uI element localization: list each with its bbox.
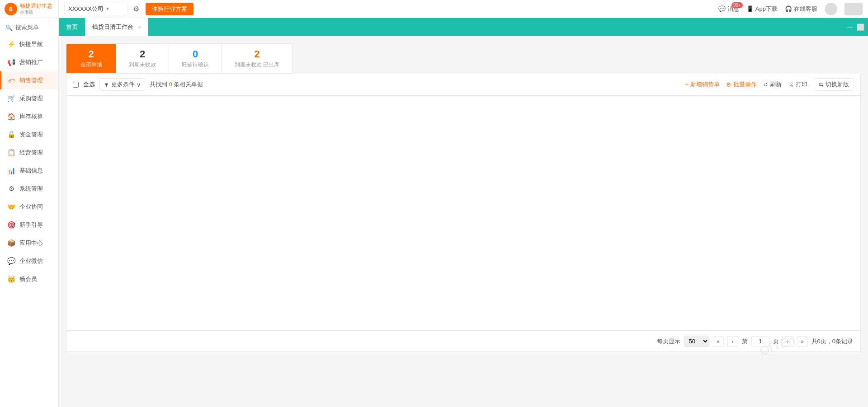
stat-label-all: 全部单据 bbox=[79, 61, 103, 69]
page-size-select[interactable]: 50 20 100 bbox=[684, 336, 709, 347]
sidebar-item-label: 企业微信 bbox=[19, 257, 43, 265]
stat-tab-overdue[interactable]: 2 到期未收款 bbox=[116, 44, 169, 73]
select-all-checkbox[interactable] bbox=[73, 82, 79, 88]
trial-button[interactable]: 体验行业方案 bbox=[146, 3, 193, 15]
search-menu[interactable]: 🔍 搜索菜单 bbox=[0, 20, 58, 35]
stats-tabs: 2 全部单据 2 到期未收款 0 旺铺待确认 2 到期未收款 已出库 bbox=[66, 43, 292, 74]
stat-tab-pending[interactable]: 0 旺铺待确认 bbox=[169, 44, 222, 73]
sales-icon: 🏷 bbox=[7, 76, 16, 85]
toolbar-right: + 新增销货单 ⚙ 批量操作 ↺ 刷新 🖨 打印 ⇆ 切换新版 bbox=[685, 78, 854, 91]
basic-info-icon: 📊 bbox=[7, 166, 16, 175]
toolbar-left: 全选 ▼ 更多条件 ∨ 共找到 0 条相关单据 bbox=[73, 78, 203, 91]
batch-icon: ⚙ bbox=[726, 81, 731, 88]
member-icon: 👑 bbox=[7, 275, 16, 284]
chevron-down-icon: ▼ bbox=[105, 6, 110, 11]
online-service-item[interactable]: 🎧 在线客服 bbox=[785, 5, 817, 13]
switch-icon: ⇆ bbox=[819, 81, 824, 88]
stat-num-out: 2 bbox=[235, 48, 279, 60]
batch-button[interactable]: ⚙ 批量操作 bbox=[726, 80, 757, 89]
dropdown-icon: ∨ bbox=[137, 81, 141, 88]
sidebar-item-sales[interactable]: 🏷 销售管理 bbox=[0, 71, 58, 89]
sidebar-item-beginner[interactable]: 🎯 新手引导 bbox=[0, 216, 58, 234]
app-center-icon: 📦 bbox=[7, 239, 16, 248]
sidebar-item-wechat[interactable]: 💬 企业微信 bbox=[0, 252, 58, 270]
tab-home[interactable]: 首页 bbox=[59, 18, 85, 36]
marketing-icon: 📢 bbox=[7, 58, 16, 67]
download-icon: 📱 bbox=[746, 5, 754, 12]
sidebar-item-inventory[interactable]: 🏠 库存核算 bbox=[0, 108, 58, 126]
messages-item[interactable]: 💬 消息 99+ bbox=[718, 5, 739, 13]
tab-label-cashier: 钱货日清工作台 bbox=[92, 23, 133, 31]
sidebar-item-label: 采购管理 bbox=[19, 94, 43, 103]
sidebar-item-enterprise[interactable]: 🤝 企业协同 bbox=[0, 198, 58, 216]
stat-num-pending: 0 bbox=[182, 48, 209, 60]
next-page-button[interactable]: › bbox=[783, 336, 793, 347]
settings-icon[interactable]: ⚙ bbox=[131, 3, 141, 15]
sidebar-item-member[interactable]: 👑 畅会员 bbox=[0, 270, 58, 288]
switch-version-button[interactable]: ⇆ 切换新版 bbox=[814, 78, 854, 91]
tab-close-cashier[interactable]: × bbox=[138, 24, 141, 30]
print-button[interactable]: 🖨 打印 bbox=[788, 80, 807, 89]
page-input[interactable] bbox=[751, 336, 769, 346]
stat-label-out: 到期未收款 已出库 bbox=[235, 61, 279, 69]
maximize-icon[interactable]: ⬜ bbox=[857, 23, 864, 31]
system-icon: ⚙ bbox=[7, 184, 16, 193]
tab-bar: 首页钱货日清工作台× — ⬜ bbox=[59, 18, 868, 36]
company-selector[interactable]: XXXXXX公司 ▼ bbox=[64, 3, 127, 15]
sidebar-item-label: 营销推广 bbox=[19, 58, 43, 66]
sidebar-item-label: 系统管理 bbox=[19, 185, 43, 193]
filter-button[interactable]: ▼ 更多条件 ∨ bbox=[99, 78, 145, 91]
pagination-bar: 每页显示 50 20 100 « ‹ 第 页 › » 共0页，0条记录 bbox=[66, 331, 861, 352]
avatar[interactable] bbox=[825, 3, 837, 15]
stat-num-all: 2 bbox=[79, 48, 103, 60]
first-page-button[interactable]: « bbox=[713, 336, 724, 347]
sidebar-item-label: 基础信息 bbox=[19, 167, 43, 175]
sidebar-item-operation[interactable]: 📋 经营管理 bbox=[0, 144, 58, 162]
sidebar-item-label: 销售管理 bbox=[19, 76, 43, 84]
refresh-icon: ↺ bbox=[763, 81, 768, 88]
sidebar-menu: 🔍 搜索菜单 ⚡ 快捷导航 📢 营销推广 🏷 销售管理 🛒 采购管理 🏠 库存核… bbox=[0, 18, 58, 407]
page-suffix: 页 bbox=[773, 337, 779, 346]
search-icon: 🔍 bbox=[5, 24, 13, 31]
table-area bbox=[66, 96, 861, 331]
sidebar-item-finance[interactable]: 🔒 资金管理 bbox=[0, 126, 58, 144]
operation-icon: 📋 bbox=[7, 148, 16, 157]
inventory-icon: 🏠 bbox=[7, 112, 16, 121]
purchase-icon: 🛒 bbox=[7, 94, 16, 103]
minimize-icon[interactable]: — bbox=[847, 23, 853, 31]
add-order-button[interactable]: + 新增销货单 bbox=[685, 80, 720, 89]
main-content: 2 全部单据 2 到期未收款 0 旺铺待确认 2 到期未收款 已出库 全选 ▼ … bbox=[59, 36, 868, 407]
tab-bar-actions: — ⬜ bbox=[847, 23, 868, 31]
message-icon: 💬 bbox=[718, 5, 726, 12]
app-download-item[interactable]: 📱 App下载 bbox=[746, 5, 778, 13]
tab-cashier[interactable]: 钱货日清工作台× bbox=[85, 18, 148, 36]
sidebar-item-purchase[interactable]: 🛒 采购管理 bbox=[0, 89, 58, 108]
last-page-button[interactable]: » bbox=[797, 336, 808, 347]
sidebar-item-system[interactable]: ⚙ 系统管理 bbox=[0, 180, 58, 198]
sidebar-item-label: 库存核算 bbox=[19, 112, 43, 121]
company-name: XXXXXX公司 bbox=[68, 5, 104, 13]
stat-label-pending: 旺铺待确认 bbox=[182, 61, 209, 69]
top-bar: XXXXXX公司 ▼ ⚙ 体验行业方案 💬 消息 99+ 📱 App下载 🎧 在… bbox=[59, 0, 868, 18]
prev-page-button[interactable]: ‹ bbox=[727, 336, 738, 347]
online-service-label: 在线客服 bbox=[794, 5, 817, 13]
stat-tab-out[interactable]: 2 到期未收款 已出库 bbox=[222, 44, 292, 73]
stat-num-overdue: 2 bbox=[129, 48, 156, 60]
page-label: 第 bbox=[742, 337, 748, 346]
tab-label-home: 首页 bbox=[66, 23, 78, 31]
stat-tab-all[interactable]: 2 全部单据 bbox=[66, 44, 116, 73]
finance-icon: 🔒 bbox=[7, 130, 16, 139]
user-name[interactable] bbox=[844, 3, 863, 15]
enterprise-icon: 🤝 bbox=[7, 202, 16, 211]
sidebar-item-label: 资金管理 bbox=[19, 131, 43, 139]
toolbar: 全选 ▼ 更多条件 ∨ 共找到 0 条相关单据 + 新增销货单 ⚙ 批量操作 ↺ bbox=[66, 74, 861, 96]
logo-text: 畅捷通好生意 标准版 bbox=[20, 3, 52, 14]
messages-badge: 99+ bbox=[731, 2, 743, 8]
sidebar-item-label: 新手引导 bbox=[19, 221, 43, 229]
sidebar-item-basic-info[interactable]: 📊 基础信息 bbox=[0, 162, 58, 180]
sidebar-item-marketing[interactable]: 📢 营销推广 bbox=[0, 53, 58, 71]
sidebar-item-app-center[interactable]: 📦 应用中心 bbox=[0, 234, 58, 252]
sidebar-item-quick-nav[interactable]: ⚡ 快捷导航 bbox=[0, 35, 58, 53]
refresh-button[interactable]: ↺ 刷新 bbox=[763, 80, 782, 89]
select-all-label: 全选 bbox=[83, 80, 95, 89]
